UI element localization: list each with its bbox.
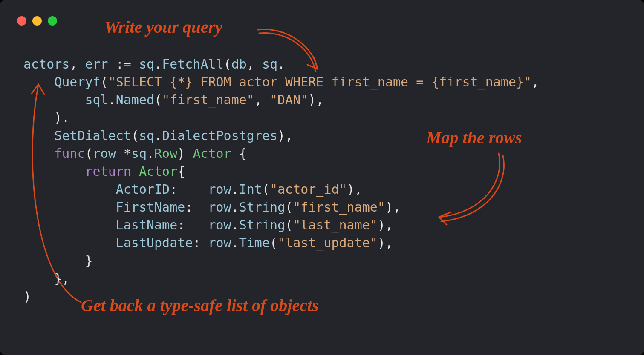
code-token: ( bbox=[262, 182, 270, 197]
window-controls bbox=[17, 16, 57, 26]
code-token: ), bbox=[277, 128, 293, 143]
code-token: : bbox=[170, 182, 208, 197]
code-token: "last_name" bbox=[293, 218, 378, 232]
code-token bbox=[23, 146, 54, 161]
code-token: "first_name" bbox=[162, 92, 254, 107]
code-token: . bbox=[231, 200, 239, 215]
code-token: Time bbox=[239, 235, 270, 250]
code-token: String bbox=[239, 200, 285, 215]
code-token: row bbox=[208, 235, 231, 250]
code-token: Queryf bbox=[54, 74, 100, 89]
code-token bbox=[23, 200, 116, 215]
code-token bbox=[23, 92, 85, 107]
code-token: ( bbox=[285, 200, 293, 215]
code-token bbox=[23, 182, 116, 197]
code-token: FirstName bbox=[116, 200, 185, 215]
code-token: SetDialect bbox=[54, 128, 131, 143]
code-token: : bbox=[193, 235, 208, 250]
code-token: "actor_id" bbox=[270, 182, 347, 197]
code-token: ( bbox=[85, 146, 93, 161]
code-token: ActorID bbox=[116, 182, 170, 197]
code-token bbox=[23, 164, 85, 179]
code-token: { bbox=[231, 146, 247, 161]
code-token: . bbox=[154, 57, 162, 72]
code-token: { bbox=[177, 164, 185, 179]
code-token: sq bbox=[262, 57, 277, 72]
code-token: ), bbox=[378, 235, 393, 250]
code-token: "DAN" bbox=[270, 92, 308, 107]
annotation-write-query: Write your query bbox=[104, 18, 222, 37]
code-token: ), bbox=[347, 182, 362, 197]
code-token: Actor bbox=[139, 164, 177, 179]
code-token: : bbox=[177, 218, 208, 232]
code-token: row bbox=[93, 146, 116, 161]
code-token: ), bbox=[308, 92, 323, 107]
code-token: db bbox=[231, 57, 247, 72]
close-icon[interactable] bbox=[17, 16, 26, 26]
terminal-window: Write your query Map the rows Get back a… bbox=[0, 0, 644, 355]
code-token: } bbox=[85, 253, 93, 268]
code-token: : bbox=[185, 200, 208, 215]
code-token: ( bbox=[131, 128, 139, 143]
code-token: := bbox=[108, 57, 139, 72]
code-token: * bbox=[116, 146, 131, 161]
code-token bbox=[23, 128, 54, 143]
code-token: . bbox=[108, 92, 116, 107]
code-token: Named bbox=[116, 92, 154, 107]
code-token: . bbox=[231, 235, 239, 250]
code-token: sql bbox=[85, 92, 108, 107]
code-token: ( bbox=[101, 74, 108, 89]
code-token bbox=[23, 271, 54, 286]
code-token: "SELECT {*} FROM actor WHERE first_name … bbox=[108, 74, 531, 89]
code-token bbox=[23, 74, 54, 89]
code-token: ( bbox=[270, 235, 277, 250]
code-token: , bbox=[531, 74, 539, 89]
code-token bbox=[23, 218, 116, 232]
minimize-icon[interactable] bbox=[32, 16, 42, 26]
code-token bbox=[23, 253, 85, 268]
code-token: row bbox=[208, 182, 231, 197]
code-token: err bbox=[85, 57, 108, 72]
code-token: ) bbox=[23, 289, 31, 304]
code-token: Actor bbox=[193, 146, 231, 161]
code-token: row bbox=[208, 200, 231, 215]
code-token: String bbox=[239, 218, 285, 232]
code-token: ( bbox=[285, 218, 293, 232]
code-token: LastName bbox=[116, 218, 178, 232]
code-token: DialectPostgres bbox=[162, 128, 277, 143]
code-token: sq bbox=[131, 146, 147, 161]
code-token: ( bbox=[154, 92, 162, 107]
code-token: , bbox=[69, 57, 85, 72]
code-token: "last_update" bbox=[277, 235, 378, 250]
code-token bbox=[23, 110, 54, 125]
code-token: sq bbox=[139, 57, 154, 72]
code-token: Row bbox=[154, 146, 177, 161]
code-token: ), bbox=[385, 200, 401, 215]
code-token: ), bbox=[378, 218, 393, 232]
code-token: }, bbox=[54, 271, 69, 286]
code-token: LastUpdate bbox=[116, 235, 193, 250]
code-token bbox=[23, 235, 116, 250]
code-token: return bbox=[85, 164, 131, 179]
code-token: . bbox=[277, 57, 285, 72]
code-token: sq bbox=[139, 128, 154, 143]
code-token: func bbox=[54, 146, 85, 161]
code-token: ( bbox=[224, 57, 231, 72]
zoom-icon[interactable] bbox=[48, 16, 57, 26]
code-token: ). bbox=[54, 110, 69, 125]
code-token: Int bbox=[239, 182, 262, 197]
code-token: . bbox=[154, 128, 162, 143]
code-token: ) bbox=[177, 146, 193, 161]
code-token: FetchAll bbox=[162, 57, 224, 72]
code-token: , bbox=[247, 57, 262, 72]
code-token bbox=[131, 164, 139, 179]
code-token: row bbox=[208, 218, 231, 232]
code-token: , bbox=[254, 92, 270, 107]
code-token: . bbox=[231, 218, 239, 232]
code-token: . bbox=[231, 182, 239, 197]
code-token: "first_name" bbox=[293, 200, 385, 215]
code-block: actors, err := sq.FetchAll(db, sq. Query… bbox=[23, 55, 539, 306]
code-token: actors bbox=[23, 57, 69, 72]
code-token: . bbox=[147, 146, 154, 161]
